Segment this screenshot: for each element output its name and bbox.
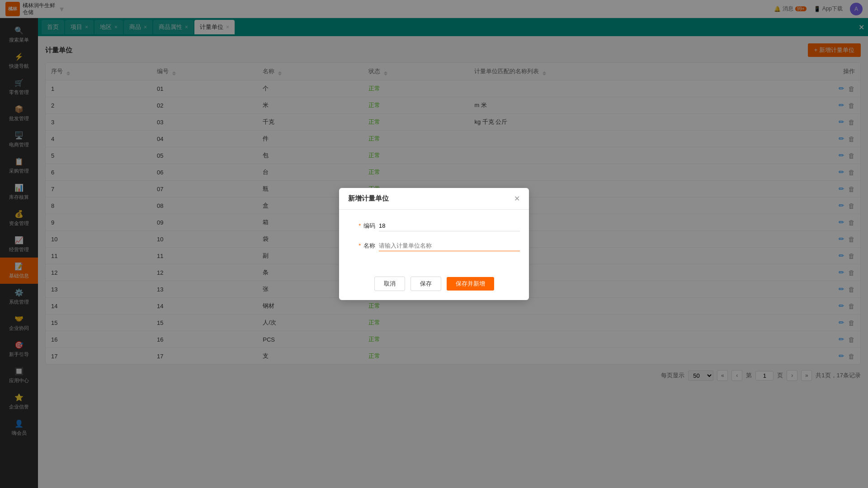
name-label: * 名称 <box>348 242 375 250</box>
name-input[interactable] <box>379 240 520 251</box>
name-required-mark: * <box>359 242 361 249</box>
form-row-code: * 编码 <box>348 221 520 231</box>
cancel-button[interactable]: 取消 <box>374 277 405 291</box>
code-label-text: 编码 <box>363 222 375 229</box>
name-label-text: 名称 <box>363 242 375 249</box>
modal-body: * 编码 * 名称 <box>339 210 529 271</box>
modal-overlay: 新增计量单位 ✕ * 编码 * 名称 取消 保存 保存并新增 <box>0 0 868 488</box>
form-row-name: * 名称 <box>348 240 520 251</box>
save-and-new-button[interactable]: 保存并新增 <box>447 277 494 291</box>
code-required-mark: * <box>359 222 361 229</box>
modal-title: 新增计量单位 <box>348 194 389 203</box>
code-input[interactable] <box>379 221 520 231</box>
save-button[interactable]: 保存 <box>410 277 441 291</box>
modal-footer: 取消 保存 保存并新增 <box>339 271 529 300</box>
add-unit-modal: 新增计量单位 ✕ * 编码 * 名称 取消 保存 保存并新增 <box>339 188 529 300</box>
modal-header: 新增计量单位 ✕ <box>339 188 529 210</box>
code-label: * 编码 <box>348 222 375 230</box>
modal-close-button[interactable]: ✕ <box>514 194 520 203</box>
